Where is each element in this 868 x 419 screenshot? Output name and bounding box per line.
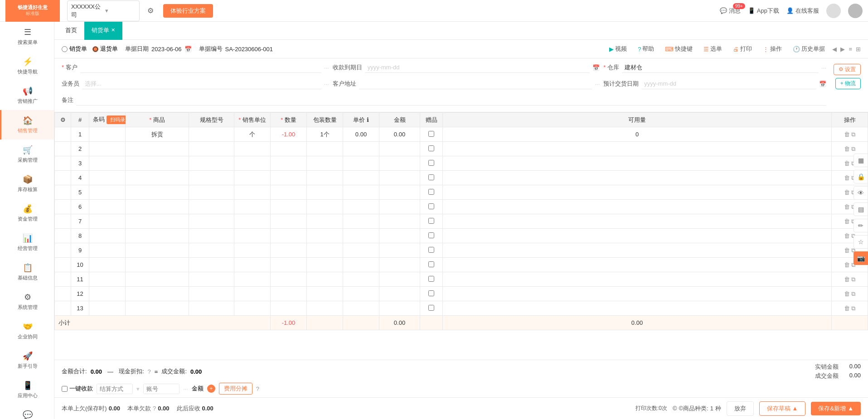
note-input[interactable] (76, 95, 826, 106)
cell-spec-3[interactable] (189, 171, 234, 185)
gift-checkbox-1[interactable] (428, 145, 434, 151)
delete-row-5[interactable]: 🗑 (844, 203, 850, 210)
cell-gift-3[interactable] (420, 171, 443, 185)
cell-amount-12[interactable] (379, 301, 420, 316)
cell-pack-0[interactable]: 1个 (307, 127, 343, 142)
cell-qty-3[interactable] (271, 171, 307, 185)
prev-record-button[interactable]: ◀ (832, 46, 837, 53)
add-button[interactable]: + (207, 385, 215, 393)
radio-return-order[interactable]: 退货单 (92, 45, 118, 53)
cell-barcode-12[interactable] (89, 301, 126, 316)
float-edit-button[interactable]: ✏ (853, 219, 868, 232)
sidebar-item-search[interactable]: ☰ 搜索菜单 (0, 22, 54, 51)
cell-spec-4[interactable] (189, 185, 234, 200)
cell-qty-12[interactable] (271, 301, 307, 316)
sidebar-item-inventory[interactable]: 📦 库存核算 (0, 169, 54, 198)
salesman-input[interactable] (82, 78, 321, 89)
gift-checkbox-9[interactable] (428, 261, 434, 267)
cell-price-0[interactable]: 0.00 (343, 127, 379, 142)
cell-amount-4[interactable] (379, 185, 420, 200)
customer-dots[interactable]: ··· (324, 64, 329, 71)
due-date-input[interactable] (365, 62, 590, 73)
tab-home[interactable]: 首页 (58, 22, 84, 40)
cell-pack-8[interactable] (307, 243, 343, 258)
cell-gift-11[interactable] (420, 287, 443, 301)
cell-qty-9[interactable] (271, 258, 307, 272)
cell-unit-9[interactable] (234, 258, 271, 272)
delete-row-6[interactable]: 🗑 (844, 218, 850, 225)
expected-calendar-icon[interactable]: 📅 (819, 81, 826, 87)
sidebar-item-enterprise[interactable]: 🤝 企业协同 (0, 316, 54, 346)
cell-unit-10[interactable] (234, 272, 271, 287)
cell-price-6[interactable] (343, 214, 379, 229)
expected-date-input[interactable] (641, 78, 816, 89)
cell-barcode-5[interactable] (89, 200, 126, 214)
cell-goods-12[interactable] (126, 301, 189, 316)
tab-close-icon[interactable]: ✕ (111, 27, 115, 33)
cell-unit-3[interactable] (234, 171, 271, 185)
radio-sales-input[interactable] (62, 46, 68, 52)
calc-method-input[interactable] (97, 384, 133, 394)
cell-spec-0[interactable] (189, 127, 234, 142)
cell-qty-11[interactable] (271, 287, 307, 301)
cell-gift-12[interactable] (420, 301, 443, 316)
address-dots[interactable]: ··· (595, 81, 600, 87)
cell-gift-9[interactable] (420, 258, 443, 272)
cell-qty-7[interactable] (271, 229, 307, 243)
sidebar-item-operations[interactable]: 📊 经营管理 (0, 228, 54, 257)
cell-unit-4[interactable] (234, 185, 271, 200)
cell-amount-5[interactable] (379, 200, 420, 214)
gift-checkbox-2[interactable] (428, 160, 434, 166)
cell-amount-0[interactable]: 0.00 (379, 127, 420, 142)
delete-row-12[interactable]: 🗑 (844, 305, 850, 312)
expense-button[interactable]: 费用分摊 (219, 383, 252, 395)
cell-qty-5[interactable] (271, 200, 307, 214)
gift-checkbox-12[interactable] (428, 305, 434, 311)
cell-spec-8[interactable] (189, 243, 234, 258)
sidebar-item-purchase[interactable]: 🛒 采购管理 (0, 140, 54, 169)
gift-checkbox-4[interactable] (428, 189, 434, 195)
cell-gift-1[interactable] (420, 142, 443, 156)
cell-barcode-3[interactable] (89, 171, 126, 185)
sidebar-item-marketing[interactable]: 📢 营销推广 (0, 81, 54, 110)
cell-spec-6[interactable] (189, 214, 234, 229)
gift-checkbox-3[interactable] (428, 174, 434, 180)
cell-barcode-0[interactable] (89, 127, 126, 142)
cell-goods-1[interactable] (126, 142, 189, 156)
warehouse-input[interactable] (622, 62, 819, 73)
sidebar-item-guide[interactable]: 🚀 新手引导 (0, 346, 54, 375)
cell-barcode-2[interactable] (89, 156, 126, 171)
cell-pack-2[interactable] (307, 156, 343, 171)
cell-amount-10[interactable] (379, 272, 420, 287)
delete-row-9[interactable]: 🗑 (844, 261, 850, 268)
cell-amount-8[interactable] (379, 243, 420, 258)
cell-barcode-6[interactable] (89, 214, 126, 229)
operations-button[interactable]: ⋮ 操作 (759, 43, 786, 54)
cell-spec-12[interactable] (189, 301, 234, 316)
view-toggle-list[interactable]: ≡ (849, 46, 852, 53)
shortcut-button[interactable]: ⌨ 快捷键 (661, 43, 696, 54)
cell-spec-9[interactable] (189, 258, 234, 272)
message-button[interactable]: 💬 消息 99+ (720, 7, 741, 15)
view-toggle-grid[interactable]: ⊞ (856, 46, 861, 53)
customer-address-input[interactable] (359, 78, 592, 89)
cell-barcode-7[interactable] (89, 229, 126, 243)
cell-pack-3[interactable] (307, 171, 343, 185)
gift-checkbox-11[interactable] (428, 290, 434, 296)
cell-barcode-11[interactable] (89, 287, 126, 301)
cell-goods-0[interactable]: 拆贡 (126, 127, 189, 142)
cell-goods-11[interactable] (126, 287, 189, 301)
discard-button[interactable]: 放弃 (727, 401, 754, 416)
save-draft-button[interactable]: 保存草稿 ▲ (759, 401, 806, 416)
customer-input[interactable] (80, 62, 321, 73)
video-button[interactable]: ▶ 视频 (606, 43, 630, 54)
delete-row-0[interactable]: 🗑 (844, 131, 850, 138)
account-input[interactable] (143, 384, 179, 394)
delete-row-7[interactable]: 🗑 (844, 232, 850, 239)
sidebar-item-wechat[interactable]: 💬 企业微信 (0, 405, 54, 419)
cell-spec-5[interactable] (189, 200, 234, 214)
cell-qty-6[interactable] (271, 214, 307, 229)
cell-price-1[interactable] (343, 142, 379, 156)
trial-button[interactable]: 体验行业方案 (163, 4, 213, 18)
cell-gift-8[interactable] (420, 243, 443, 258)
